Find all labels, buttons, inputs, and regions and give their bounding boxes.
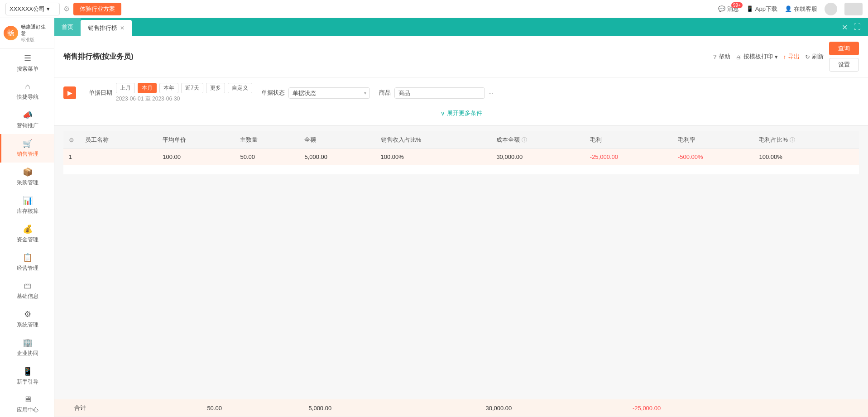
tab-close-all-icon[interactable]: ✕: [839, 22, 850, 33]
tab-close-icon[interactable]: ✕: [120, 25, 125, 31]
bottom-bar: 合计 50.00 5,000.00 30,000.00 -25,000.00: [54, 399, 868, 417]
footer-gross-ratio: [825, 399, 868, 417]
refresh-button[interactable]: ↻ 刷新: [805, 53, 824, 61]
query-button[interactable]: 查询: [829, 42, 859, 55]
table-wrapper: ⚙ 员工名称 平均单价 主数量 全额 销售收入占比% 成本全额 ⓘ: [63, 126, 859, 165]
sidebar-item-label: 新手引导: [17, 378, 38, 386]
th-avg-price: 平均单价: [157, 131, 235, 149]
table-footer: 合计 50.00 5,000.00 30,000.00 -25,000.00: [54, 399, 868, 417]
sidebar-item-system[interactable]: ⚙ 系统管理: [0, 305, 54, 333]
online-support-button[interactable]: 👤 在线客服: [785, 5, 817, 13]
page-actions: ? 帮助 🖨 按模板打印 ▾ ↑ 导出 ↻ 刷新: [713, 42, 859, 72]
sidebar-item-label: 搜索菜单: [17, 65, 38, 73]
sidebar-item-enterprise[interactable]: 🏢 企业协同: [0, 333, 54, 362]
sidebar-item-label: 快捷导航: [17, 93, 38, 101]
filter-arrow-button[interactable]: ▶: [63, 86, 76, 99]
custom-btn[interactable]: 自定义: [228, 83, 252, 93]
avatar[interactable]: [825, 3, 837, 15]
table-body: 1 100.00 50.00 5,000.00 100.00% 30,000.0…: [63, 149, 859, 165]
sidebar-item-finance[interactable]: 💰 资金管理: [0, 220, 54, 248]
sidebar-item-quick-nav[interactable]: ⌂ 快捷导航: [0, 77, 54, 105]
sidebar-item-basic-info[interactable]: 🗃 基础信息: [0, 277, 54, 305]
sidebar-item-label: 基础信息: [17, 292, 38, 300]
this-year-btn[interactable]: 本年: [159, 83, 178, 93]
top-bar: XXXXXX公司 ▾ ⚙ 体验行业方案 💬 消息 99+ 📱 App下载 👤 在…: [0, 0, 868, 18]
sidebar-item-app-center[interactable]: 🖥 应用中心: [0, 390, 54, 417]
date-filter-group: 单据日期 上月 本月 本年 近7天 更多 自定义 2023-06-01 至 20…: [89, 83, 252, 103]
message-icon: 💬: [718, 5, 725, 12]
goods-filter-group: 商品 ···: [379, 87, 494, 99]
gross-ratio-info-icon[interactable]: ⓘ: [790, 137, 795, 143]
table-spacer: [63, 165, 859, 174]
sales-icon: 🛒: [23, 139, 33, 149]
sidebar-item-sales[interactable]: 🛒 销售管理: [0, 134, 54, 163]
company-name: XXXXXX公司: [10, 5, 45, 13]
sidebar-logo: 畅 畅康通好生意 标准版: [0, 18, 54, 49]
footer-table: 合计 50.00 5,000.00 30,000.00 -25,000.00: [54, 399, 868, 417]
logo-icon: 畅: [4, 26, 18, 40]
this-month-btn[interactable]: 本月: [138, 83, 157, 93]
help-icon: ?: [713, 53, 716, 60]
goods-input[interactable]: [394, 87, 485, 99]
goods-filter-label: 商品: [379, 89, 391, 97]
template-print-button[interactable]: 🖨 按模板打印 ▾: [736, 53, 778, 61]
more-btn[interactable]: 更多: [206, 83, 225, 93]
settings-icon[interactable]: ⚙: [63, 5, 70, 13]
cell-cost: 30,000.00: [491, 149, 584, 165]
page-header: 销售排行榜(按业务员) ? 帮助 🖨 按模板打印 ▾ ↑ 导出: [54, 36, 868, 77]
status-select[interactable]: 单据状态: [288, 87, 370, 99]
tab-sales-ranking[interactable]: 销售排行榜 ✕: [81, 20, 132, 36]
sidebar-item-label: 销售管理: [17, 150, 38, 158]
finance-icon: 💰: [23, 224, 33, 234]
top-right: 💬 消息 99+ 📱 App下载 👤 在线客服: [718, 3, 863, 15]
operation-icon: 📋: [23, 253, 33, 263]
enterprise-icon: 🏢: [23, 338, 33, 348]
cell-avg-price: 100.00: [157, 149, 235, 165]
trial-button[interactable]: 体验行业方案: [73, 3, 121, 15]
sidebar-item-search-order[interactable]: ☰ 搜索菜单: [0, 49, 54, 77]
cell-gross-ratio: 100.00%: [753, 149, 859, 165]
sidebar-item-guide[interactable]: 📱 新手引导: [0, 362, 54, 390]
chevron-down-icon: ▾: [47, 5, 50, 12]
last7-btn[interactable]: 近7天: [181, 83, 203, 93]
status-select-wrapper: 单据状态 ▾: [288, 87, 370, 99]
tab-sales-ranking-label: 销售排行榜: [88, 24, 117, 32]
sidebar-item-operation[interactable]: 📋 经营管理: [0, 248, 54, 277]
footer-gross: -25,000.00: [627, 399, 782, 417]
expand-conditions-button[interactable]: ∨ 展开更多条件: [63, 106, 859, 120]
sidebar-item-label: 资金管理: [17, 236, 38, 244]
footer-avg-price: [158, 399, 201, 417]
th-employee: 员工名称: [80, 131, 157, 149]
settings-button[interactable]: 设置: [829, 58, 859, 72]
system-icon: ⚙: [24, 309, 31, 319]
company-selector[interactable]: XXXXXX公司 ▾: [5, 3, 60, 15]
app-download-button[interactable]: 📱 App下载: [746, 5, 777, 13]
status-filter-group: 单据状态 单据状态 ▾: [261, 87, 370, 99]
messages-button[interactable]: 💬 消息 99+: [718, 5, 739, 13]
cell-gross-rate: -500.00%: [672, 149, 753, 165]
footer-cell-empty: [54, 399, 69, 417]
table-area: ⚙ 员工名称 平均单价 主数量 全额 销售收入占比% 成本全额 ⓘ: [54, 126, 868, 399]
th-gross: 毛利: [585, 131, 672, 149]
table-header-row: ⚙ 员工名称 平均单价 主数量 全额 销售收入占比% 成本全额 ⓘ: [63, 131, 859, 149]
sidebar-item-label: 系统管理: [17, 321, 38, 329]
sidebar-item-label: 企业协同: [17, 350, 38, 357]
column-setting-icon[interactable]: ⚙: [69, 137, 74, 144]
tab-home[interactable]: 首页: [54, 18, 81, 36]
footer-gross-rate: [782, 399, 825, 417]
tab-restore-icon[interactable]: ⛶: [852, 22, 863, 33]
more-dots[interactable]: ···: [489, 90, 494, 96]
sidebar-item-inventory[interactable]: 📊 库存核算: [0, 191, 54, 220]
cost-info-icon[interactable]: ⓘ: [522, 137, 527, 143]
date-options-group: 上月 本月 本年 近7天 更多 自定义 2023-06-01 至 2023-06…: [116, 83, 252, 103]
export-button[interactable]: ↑ 导出: [783, 53, 800, 61]
sidebar-item-marketing[interactable]: 📣 营销推广: [0, 105, 54, 134]
th-gross-ratio: 毛利占比% ⓘ: [753, 131, 859, 149]
help-button[interactable]: ? 帮助: [713, 53, 730, 61]
content-area: 首页 销售排行榜 ✕ ✕ ⛶ 销售排行榜(按业务员) ? 帮助: [54, 18, 868, 417]
sidebar-item-purchase[interactable]: 📦 采购管理: [0, 163, 54, 191]
logo-text-area: 畅康通好生意 标准版: [21, 24, 50, 43]
query-setting-group: 查询 设置: [829, 42, 859, 72]
user-name-area: [844, 3, 863, 15]
prev-month-btn[interactable]: 上月: [116, 83, 135, 93]
